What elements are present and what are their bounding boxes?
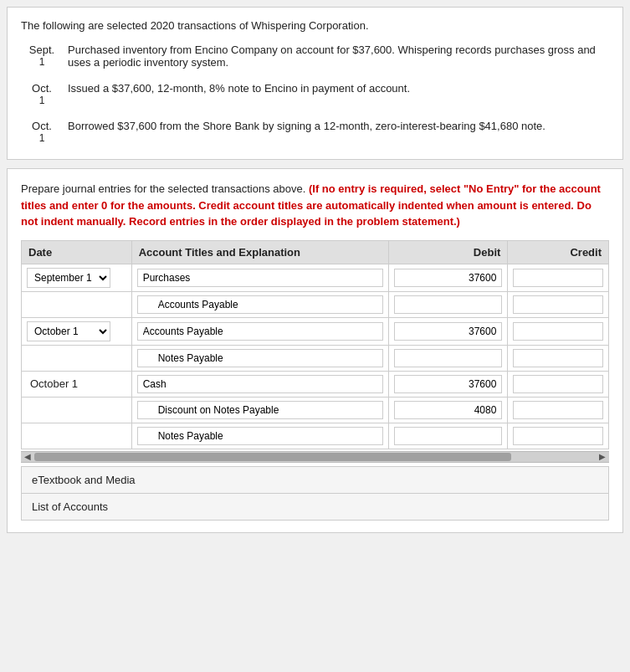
journal-section: Prepare journal entries for the selected…	[7, 168, 623, 533]
journal-account-cell	[131, 423, 388, 449]
col-debit: Debit	[388, 240, 508, 264]
account-input[interactable]	[137, 295, 383, 314]
transaction-description: Issued a $37,600, 12-month, 8% note to E…	[63, 79, 609, 110]
account-input[interactable]	[137, 401, 383, 419]
credit-input[interactable]	[513, 349, 603, 367]
journal-account-cell	[131, 317, 388, 345]
scenario-intro: The following are selected 2020 transact…	[21, 19, 609, 32]
transaction-row: Oct. 1 Issued a $37,600, 12-month, 8% no…	[21, 79, 609, 110]
credit-input[interactable]	[513, 269, 603, 287]
account-input[interactable]	[137, 322, 383, 341]
journal-credit-cell	[508, 397, 609, 423]
transaction-table: Sept. 1 Purchased inventory from Encino …	[21, 40, 609, 147]
journal-credit-cell	[508, 423, 609, 449]
date-select[interactable]: September 1October 1	[27, 321, 110, 341]
account-input[interactable]	[137, 427, 383, 445]
credit-input[interactable]	[513, 375, 603, 393]
journal-debit-cell	[388, 371, 508, 397]
transaction-row: Oct. 1 Borrowed $37,600 from the Shore B…	[21, 116, 609, 147]
journal-row: September 1October 1	[22, 264, 609, 291]
debit-input[interactable]	[394, 401, 503, 419]
journal-credit-cell	[508, 345, 609, 371]
journal-debit-cell	[388, 264, 508, 291]
page-container: The following are selected 2020 transact…	[0, 0, 630, 540]
journal-credit-cell	[508, 291, 609, 317]
credit-input[interactable]	[513, 322, 603, 341]
journal-account-cell	[131, 371, 388, 397]
journal-credit-cell	[508, 317, 609, 345]
journal-row	[22, 423, 609, 449]
journal-debit-cell	[388, 345, 508, 371]
journal-account-cell	[131, 345, 388, 371]
debit-input[interactable]	[394, 375, 503, 393]
journal-table: Date Account Titles and Explanation Debi…	[21, 240, 609, 449]
transaction-description: Purchased inventory from Encino Company …	[63, 40, 609, 72]
journal-account-cell	[131, 264, 388, 291]
debit-input[interactable]	[394, 349, 503, 367]
journal-debit-cell	[388, 423, 508, 449]
list-of-accounts-button[interactable]: List of Accounts	[21, 494, 609, 521]
journal-date-cell	[22, 291, 132, 317]
account-input[interactable]	[137, 375, 383, 393]
debit-input[interactable]	[394, 427, 503, 445]
journal-credit-cell	[508, 371, 609, 397]
col-credit: Credit	[508, 240, 609, 264]
journal-account-cell	[131, 397, 388, 423]
credit-input[interactable]	[513, 427, 603, 445]
journal-date-cell	[22, 345, 132, 371]
transaction-description: Borrowed $37,600 from the Shore Bank by …	[63, 116, 609, 147]
journal-credit-cell	[508, 264, 609, 291]
scroll-left-arrow[interactable]: ◀	[21, 452, 34, 461]
debit-input[interactable]	[394, 322, 503, 341]
instructions: Prepare journal entries for the selected…	[21, 181, 609, 230]
scrollbar-track	[34, 453, 596, 461]
journal-row	[22, 345, 609, 371]
account-input[interactable]	[137, 269, 383, 287]
journal-date-cell: September 1October 1	[22, 317, 132, 345]
journal-debit-cell	[388, 317, 508, 345]
credit-input[interactable]	[513, 295, 603, 314]
horizontal-scrollbar[interactable]: ◀ ▶	[21, 451, 609, 463]
static-date-label: October 1	[27, 377, 78, 390]
journal-date-cell	[22, 423, 132, 449]
journal-row	[22, 397, 609, 423]
scenario-box: The following are selected 2020 transact…	[7, 7, 623, 160]
transaction-date: Oct. 1	[21, 116, 63, 147]
journal-row: September 1October 1	[22, 317, 609, 345]
debit-input[interactable]	[394, 269, 503, 287]
journal-date-cell: September 1October 1	[22, 264, 132, 291]
debit-input[interactable]	[394, 295, 503, 314]
credit-input[interactable]	[513, 401, 603, 419]
journal-header-row: Date Account Titles and Explanation Debi…	[22, 240, 609, 264]
transaction-row: Sept. 1 Purchased inventory from Encino …	[21, 40, 609, 72]
scroll-right-arrow[interactable]: ▶	[596, 452, 609, 461]
journal-date-cell	[22, 397, 132, 423]
etextbook-button[interactable]: eTextbook and Media	[21, 466, 609, 494]
instructions-static: Prepare journal entries for the selected…	[21, 182, 309, 195]
transaction-date: Sept. 1	[21, 40, 63, 72]
date-select[interactable]: September 1October 1	[27, 268, 110, 288]
journal-account-cell	[131, 291, 388, 317]
journal-debit-cell	[388, 291, 508, 317]
journal-debit-cell	[388, 397, 508, 423]
journal-row: October 1	[22, 371, 609, 397]
scrollbar-thumb[interactable]	[34, 453, 511, 461]
journal-date-cell: October 1	[22, 371, 132, 397]
bottom-buttons: eTextbook and Media List of Accounts	[21, 466, 609, 521]
transaction-date: Oct. 1	[21, 79, 63, 110]
account-input[interactable]	[137, 349, 383, 367]
journal-row	[22, 291, 609, 317]
col-account: Account Titles and Explanation	[131, 240, 388, 264]
col-date: Date	[22, 240, 132, 264]
